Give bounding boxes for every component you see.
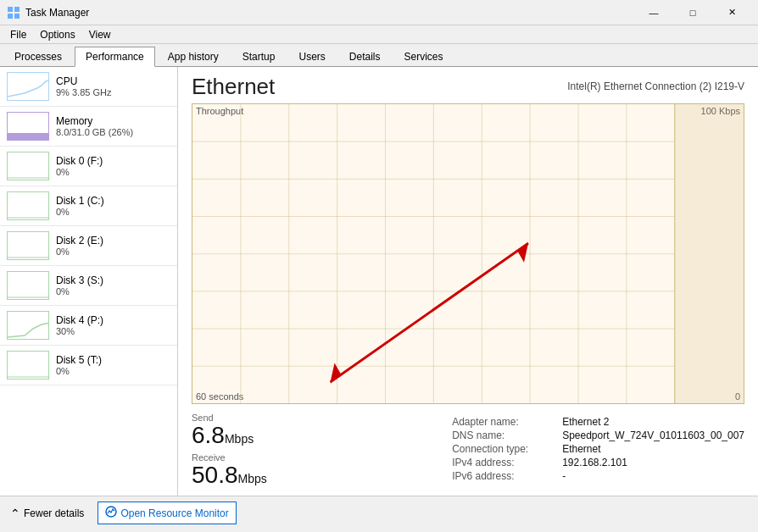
disk0-value: 0% xyxy=(56,167,170,177)
disk5-value: 0% xyxy=(56,366,170,376)
sidebar-item-memory[interactable]: Memory 8.0/31.0 GB (26%) xyxy=(0,107,177,147)
fewer-details-button[interactable]: ⌃ Fewer details xyxy=(7,505,87,522)
details-row-conn: Connection type: Ethernet xyxy=(452,443,744,455)
menu-view[interactable]: View xyxy=(82,27,118,42)
close-button[interactable]: ✕ xyxy=(712,0,751,25)
tab-processes[interactable]: Processes xyxy=(3,47,73,67)
sidebar-item-disk0[interactable]: Disk 0 (F:) 0% xyxy=(0,147,177,186)
send-unit: Mbps xyxy=(225,432,254,446)
cpu-title: CPU xyxy=(56,75,170,87)
tab-users[interactable]: Users xyxy=(287,47,336,67)
panel-header: Ethernet Intel(R) Ethernet Connection (2… xyxy=(192,74,744,100)
details-row-adapter: Adapter name: Ethernet 2 xyxy=(452,416,744,428)
svg-rect-3 xyxy=(14,14,20,19)
sidebar-item-disk3[interactable]: Disk 3 (S:) 0% xyxy=(0,266,177,306)
disk3-thumbnail xyxy=(7,271,49,300)
tab-services[interactable]: Services xyxy=(393,47,454,67)
disk0-title: Disk 0 (F:) xyxy=(56,155,170,167)
panel-subtitle: Intel(R) Ethernet Connection (2) I219-V xyxy=(567,74,744,92)
menu-file[interactable]: File xyxy=(3,27,33,42)
fewer-details-label: Fewer details xyxy=(24,507,84,519)
disk5-info: Disk 5 (T:) 0% xyxy=(56,354,170,376)
disk1-title: Disk 1 (C:) xyxy=(56,195,170,207)
menu-options[interactable]: Options xyxy=(33,27,81,42)
disk0-thumbnail xyxy=(7,152,49,180)
title-bar-controls: — □ ✕ xyxy=(634,0,751,25)
details-val-ipv6: - xyxy=(562,470,566,482)
disk2-thumbnail xyxy=(7,231,49,260)
cpu-thumbnail xyxy=(7,72,49,101)
right-panel: Ethernet Intel(R) Ethernet Connection (2… xyxy=(178,67,758,496)
details-row-dns: DNS name: Speedport_W_724V_01011603_00_0… xyxy=(452,429,744,441)
tab-details[interactable]: Details xyxy=(338,47,392,67)
title-bar-title: Task Manager xyxy=(25,7,89,19)
main-content: CPU 9% 3.85 GHz Memory 8.0/31.0 GB (26%)… xyxy=(0,67,758,496)
app-icon xyxy=(7,6,20,19)
disk2-title: Disk 2 (E:) xyxy=(56,235,170,247)
svg-rect-0 xyxy=(8,7,13,12)
memory-info: Memory 8.0/31.0 GB (26%) xyxy=(56,115,170,137)
svg-rect-1 xyxy=(14,7,20,12)
details-table: Adapter name: Ethernet 2 DNS name: Speed… xyxy=(452,416,744,484)
maximize-button[interactable]: □ xyxy=(673,0,712,25)
disk3-info: Disk 3 (S:) 0% xyxy=(56,274,170,296)
details-val-ipv4: 192.168.2.101 xyxy=(562,457,627,468)
open-rm-label: Open Resource Monitor xyxy=(120,507,228,519)
sidebar-item-disk4[interactable]: Disk 4 (P:) 30% xyxy=(0,306,177,346)
receive-value: 50.8 xyxy=(192,463,238,489)
details-key-dns: DNS name: xyxy=(452,429,562,441)
tab-bar: Processes Performance App history Startu… xyxy=(0,44,758,67)
details-key-ipv4: IPv4 address: xyxy=(452,457,562,468)
details-key-conn: Connection type: xyxy=(452,443,562,455)
disk5-thumbnail xyxy=(7,351,49,380)
send-value: 6.8 xyxy=(192,423,225,449)
sidebar-item-cpu[interactable]: CPU 9% 3.85 GHz xyxy=(0,67,177,107)
title-bar-left: Task Manager xyxy=(7,6,89,19)
receive-unit: Mbps xyxy=(238,472,267,485)
sidebar: CPU 9% 3.85 GHz Memory 8.0/31.0 GB (26%)… xyxy=(0,67,178,496)
details-val-dns: Speedport_W_724V_01011603_00_007 xyxy=(562,429,744,441)
receive-stat: Receive 50.8 Mbps xyxy=(192,452,293,489)
menu-bar: File Options View xyxy=(0,25,758,44)
memory-title: Memory xyxy=(56,115,170,127)
chart-grid-svg xyxy=(192,104,744,403)
bottom-bar: ⌃ Fewer details Open Resource Monitor xyxy=(0,496,758,529)
cpu-value: 9% 3.85 GHz xyxy=(56,87,170,97)
tab-app-history[interactable]: App history xyxy=(157,47,230,67)
disk3-title: Disk 3 (S:) xyxy=(56,274,170,286)
memory-value: 8.0/31.0 GB (26%) xyxy=(56,127,170,137)
disk1-value: 0% xyxy=(56,207,170,217)
details-row-ipv4: IPv4 address: 192.168.2.101 xyxy=(452,457,744,468)
svg-rect-20 xyxy=(675,104,744,403)
tab-performance[interactable]: Performance xyxy=(75,47,155,67)
resource-monitor-icon xyxy=(105,506,117,520)
sidebar-item-disk5[interactable]: Disk 5 (T:) 0% xyxy=(0,346,177,385)
open-resource-monitor-button[interactable]: Open Resource Monitor xyxy=(98,502,236,524)
throughput-chart: Throughput 100 Kbps 60 seconds 0 xyxy=(192,103,744,404)
memory-thumbnail xyxy=(7,112,49,141)
disk4-title: Disk 4 (P:) xyxy=(56,314,170,326)
sidebar-item-disk1[interactable]: Disk 1 (C:) 0% xyxy=(0,186,177,226)
disk4-value: 30% xyxy=(56,326,170,336)
title-bar: Task Manager — □ ✕ xyxy=(0,0,758,25)
details-row-ipv6: IPv6 address: - xyxy=(452,470,744,482)
disk2-info: Disk 2 (E:) 0% xyxy=(56,235,170,257)
disk4-thumbnail xyxy=(7,311,49,340)
minimize-button[interactable]: — xyxy=(634,0,673,25)
details-val-conn: Ethernet xyxy=(562,443,600,455)
disk0-info: Disk 0 (F:) 0% xyxy=(56,155,170,177)
disk1-thumbnail xyxy=(7,191,49,220)
sidebar-item-disk2[interactable]: Disk 2 (E:) 0% xyxy=(0,226,177,266)
svg-rect-2 xyxy=(8,14,13,19)
stats-row: Send 6.8 Mbps Receive 50.8 Mbps Ada xyxy=(192,413,744,489)
details-val-adapter: Ethernet 2 xyxy=(562,416,609,428)
disk2-value: 0% xyxy=(56,247,170,257)
chevron-up-icon: ⌃ xyxy=(10,507,20,520)
svg-line-22 xyxy=(331,243,529,382)
disk3-value: 0% xyxy=(56,286,170,296)
panel-title: Ethernet xyxy=(192,74,275,100)
disk1-info: Disk 1 (C:) 0% xyxy=(56,195,170,217)
disk5-title: Disk 5 (T:) xyxy=(56,354,170,366)
cpu-info: CPU 9% 3.85 GHz xyxy=(56,75,170,97)
tab-startup[interactable]: Startup xyxy=(231,47,287,67)
